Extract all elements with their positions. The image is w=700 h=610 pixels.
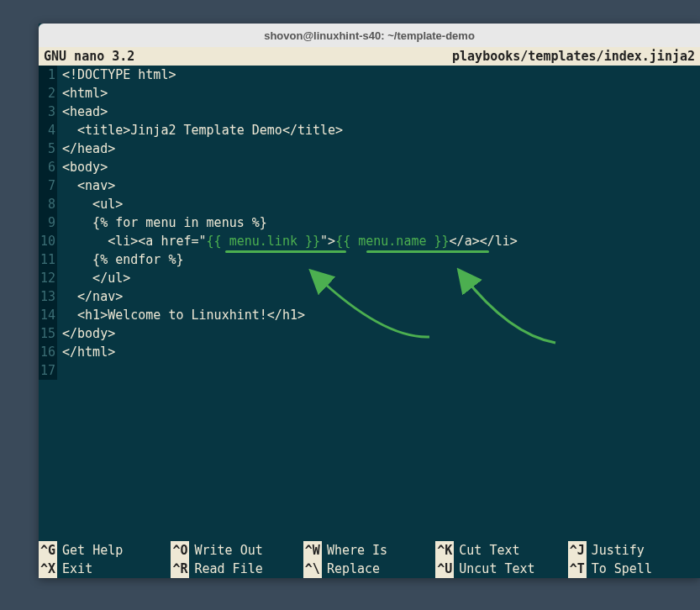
shortcut-justify[interactable]: ^JJustify (568, 541, 700, 560)
nano-shortcuts: ^GGet Help ^OWrite Out ^WWhere Is ^KCut … (39, 541, 700, 578)
nano-filename: playbooks/templates/index.jinja2 (304, 47, 700, 66)
shortcut-cut-text[interactable]: ^KCut Text (435, 541, 567, 560)
shortcut-write-out[interactable]: ^OWrite Out (171, 541, 303, 560)
shortcut-uncut-text[interactable]: ^UUncut Text (435, 560, 567, 578)
shortcut-replace[interactable]: ^\Replace (303, 560, 435, 578)
nano-header: GNU nano 3.2 playbooks/templates/index.j… (39, 47, 700, 66)
shortcut-to-spell[interactable]: ^TTo Spell (568, 560, 700, 578)
window-titlebar: shovon@linuxhint-s40: ~/template-demo (39, 24, 700, 47)
window-title: shovon@linuxhint-s40: ~/template-demo (264, 29, 475, 42)
terminal-window: shovon@linuxhint-s40: ~/template-demo GN… (39, 24, 700, 578)
shortcut-exit[interactable]: ^XExit (39, 560, 171, 578)
editor-area[interactable]: 1<!DOCTYPE html> 2<html> 3<head> 4 <titl… (39, 66, 700, 541)
nano-version: GNU nano 3.2 (39, 47, 304, 66)
annotation-arrows (39, 66, 700, 541)
shortcut-get-help[interactable]: ^GGet Help (39, 541, 171, 560)
shortcut-where-is[interactable]: ^WWhere Is (303, 541, 435, 560)
shortcut-read-file[interactable]: ^RRead File (171, 560, 303, 578)
